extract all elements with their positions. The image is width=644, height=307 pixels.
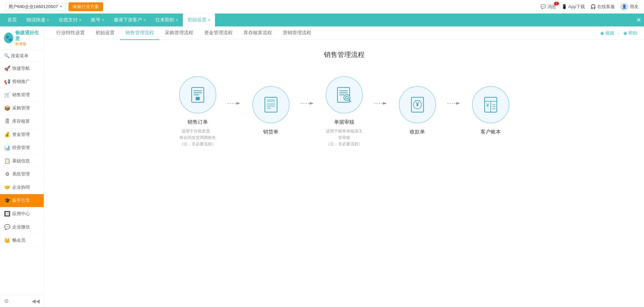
sidebar-item-collab-label: 企业协同	[12, 184, 30, 190]
base-icon: 📋	[4, 158, 10, 164]
nav-tab-invite[interactable]: 邀请下游客户 ×	[109, 14, 151, 26]
sub-tabs: 行业特性设置 初始设置 销售管理流程 采购管理流程 资金管理流程 库存核算流程 …	[44, 26, 644, 40]
sidebar-item-purchase[interactable]: 📦 采购管理	[0, 102, 44, 115]
sidebar-item-apps-label: 应用中心	[12, 211, 30, 217]
settings-icon[interactable]: ⚙	[4, 298, 9, 304]
flow-content: 销售管理流程 销售订单 适用于分批发货、有合同发货周期较长（	[44, 40, 644, 307]
nav-close-all-button[interactable]: ✕	[636, 16, 641, 24]
nav-tab-invite-label: 邀请下游客户	[114, 17, 142, 23]
svg-marker-6	[236, 102, 240, 105]
nav-tab-init-close[interactable]: ×	[208, 18, 210, 22]
flow-step-receipt: ¥ 收款单	[390, 86, 445, 138]
search-icon: 🔍	[4, 53, 9, 58]
sidebar-item-collab[interactable]: 🤝 企业协同	[0, 181, 44, 194]
service-icon: 🎧	[590, 4, 596, 9]
sub-tab-sales-flow-label: 销售管理流程	[125, 30, 154, 35]
svg-marker-13	[310, 102, 314, 105]
nav-tab-init-label: 初始设置	[188, 17, 207, 23]
sub-tab-init[interactable]: 初始设置	[90, 26, 120, 40]
nav-tab-payment-close[interactable]: ×	[79, 18, 81, 22]
service-item[interactable]: 🎧 在线客服	[590, 4, 615, 10]
logo-text: 畅捷通好生意	[15, 30, 40, 41]
flow-arrow-2	[298, 100, 317, 107]
nav-tab-home[interactable]: 首页	[3, 14, 22, 26]
step-circle-ledger[interactable]: ¥	[472, 86, 509, 123]
nav-tab-payment[interactable]: 在线支付 ×	[54, 14, 86, 26]
flow-arrow-1	[225, 100, 244, 107]
nav-tab-period[interactable]: 往来期初 ×	[151, 14, 183, 26]
operations-icon: 📊	[4, 145, 10, 151]
step-name-audit: 单据审核	[334, 119, 354, 125]
nav-tab-account[interactable]: 账号 ×	[86, 14, 109, 26]
flow-arrow-4	[445, 100, 464, 107]
app-label: App下载	[568, 4, 585, 10]
sidebar-item-apps[interactable]: 🔲 应用中心	[0, 207, 44, 221]
sidebar-item-inventory[interactable]: 🗄 库存核算	[0, 115, 44, 128]
arrow-icon-1	[226, 100, 242, 107]
user-select[interactable]: 用户690企业1660120507 ▼	[5, 3, 66, 11]
nav-tabs: 首页 物流快递 × 在线支付 × 账号 × 邀请下游客户 × 往来期初 × 初始…	[0, 14, 644, 26]
sidebar-item-vip[interactable]: 👑 畅会员	[0, 234, 44, 247]
user-name: 用友	[630, 4, 639, 10]
sales-icon: 🛒	[4, 92, 10, 98]
step-circle-receipt[interactable]: ¥	[399, 86, 436, 123]
nav-tab-init[interactable]: 初始设置 ×	[183, 14, 215, 26]
arrow-icon-3	[373, 100, 389, 107]
collapse-icon[interactable]: ◀◀	[32, 298, 40, 304]
top-header: 用户690企业1660120507 ▼ 体验行业方案 💬 消息 6 📱 App下…	[0, 0, 644, 14]
sidebar-item-sales-label: 销售管理	[12, 92, 30, 98]
nav-tab-logistics[interactable]: 物流快递 ×	[22, 14, 54, 26]
sidebar-item-system[interactable]: ⚙ 系统管理	[0, 168, 44, 181]
system-icon: ⚙	[4, 171, 10, 177]
purchase-icon: 📦	[4, 105, 10, 111]
sub-tab-inventory-flow[interactable]: 库存核算流程	[238, 26, 277, 40]
sub-tab-init-label: 初始设置	[96, 30, 115, 35]
sub-tab-finance-flow-label: 资金管理流程	[204, 30, 233, 35]
nav-tab-home-label: 首页	[7, 17, 17, 23]
flow-step-invoice: 销货单	[244, 86, 298, 138]
sub-tab-industry[interactable]: 行业特性设置	[51, 26, 90, 40]
step-circle-audit[interactable]	[326, 76, 363, 114]
message-item[interactable]: 💬 消息 6	[541, 4, 556, 10]
sidebar-item-quick-label: 快捷导航	[12, 65, 30, 71]
nav-tab-account-close[interactable]: ×	[102, 18, 104, 22]
sidebar-item-operations[interactable]: 📊 经营管理	[0, 141, 44, 155]
nav-tab-period-close[interactable]: ×	[176, 18, 178, 22]
chevron-down-icon: ▼	[59, 5, 63, 8]
trial-button[interactable]: 体验行业方案	[69, 2, 103, 11]
help-link[interactable]: ◉ 帮助	[623, 30, 637, 36]
sidebar-item-sales[interactable]: 🛒 销售管理	[0, 88, 44, 102]
step-circle-sales-order[interactable]	[179, 76, 216, 114]
arrow-icon-4	[446, 100, 462, 107]
app-download-item[interactable]: 📱 App下载	[562, 4, 585, 10]
sidebar-item-inventory-label: 库存核算	[12, 118, 30, 124]
sub-tab-finance-flow[interactable]: 资金管理流程	[199, 26, 238, 40]
vip-icon: 👑	[4, 237, 10, 243]
invoice-icon	[261, 95, 280, 114]
step-name-ledger: 客户账本	[481, 129, 501, 135]
svg-rect-8	[267, 99, 275, 102]
collab-icon: 🤝	[4, 184, 10, 190]
inventory-icon: 🗄	[4, 118, 10, 124]
sidebar-item-guide[interactable]: 🎓 新手引导	[0, 194, 44, 207]
sub-tab-sales-flow[interactable]: 销售管理流程	[120, 26, 159, 40]
sub-tab-purchase-flow[interactable]: 采购管理流程	[159, 26, 199, 40]
sidebar-item-quick[interactable]: 🚀 快捷导航	[0, 62, 44, 75]
flow-steps: 销售订单 适用于分批发货、有合同发货周期较长（注：非必要流程）	[171, 76, 518, 148]
nav-tab-period-label: 往来期初	[155, 17, 174, 23]
sidebar-item-marketing[interactable]: 📢 营销推广	[0, 75, 44, 88]
user-item[interactable]: 👤 用友	[620, 3, 639, 11]
flow-step-sales-order: 销售订单 适用于分批发货、有合同发货周期较长（注：非必要流程）	[171, 76, 225, 148]
nav-tab-invite-close[interactable]: ×	[143, 18, 146, 22]
sidebar-item-guide-label: 新手引导	[12, 198, 30, 204]
sidebar-item-wechat[interactable]: 💬 企业微信	[0, 221, 44, 234]
video-link[interactable]: ◉ 视频	[600, 30, 614, 36]
search-menu[interactable]: 🔍 搜索菜单	[0, 50, 44, 62]
sidebar-item-base[interactable]: 📋 基础信息	[0, 155, 44, 168]
sub-tab-marketing-flow-label: 营销管理流程	[283, 30, 311, 35]
sub-tab-marketing-flow[interactable]: 营销管理流程	[277, 26, 317, 40]
sidebar-item-finance[interactable]: 💰 资金管理	[0, 128, 44, 141]
nav-tab-logistics-close[interactable]: ×	[47, 18, 49, 22]
receipt-icon: ¥	[408, 95, 427, 114]
step-circle-invoice[interactable]	[252, 86, 290, 123]
